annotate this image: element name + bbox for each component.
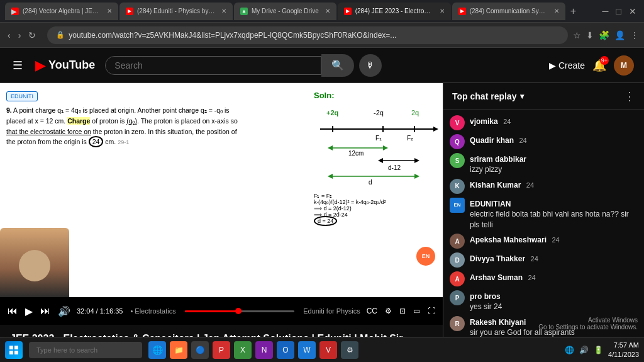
browser-tab-1[interactable]: ▶ (284) Vector Algebra | JEE Main A... ✕	[5, 3, 118, 20]
chat-avatar: D	[450, 252, 465, 268]
taskbar-app-3[interactable]: 🔵	[191, 341, 209, 359]
window-minimize[interactable]: ─	[600, 5, 611, 18]
new-tab-button[interactable]: +	[567, 4, 580, 18]
captions-button[interactable]: CC	[365, 305, 379, 317]
taskbar-clock: 7:57 AM 4/11/2023	[608, 341, 639, 359]
force-text: that the electrostatic force on	[6, 128, 91, 135]
taskbar-app-2[interactable]: 📁	[170, 341, 187, 359]
list-item: S sriram dabbikar izzy pizzy	[450, 153, 638, 175]
eduniti-badge: EDUNITI	[6, 91, 38, 101]
settings-icon: ⚙	[347, 346, 353, 354]
list-item: P pro bros yes sir 24	[450, 290, 638, 312]
outlook-icon: O	[282, 346, 288, 354]
tab-label-2: (284) Eduniti - Physics by Mohit G...	[137, 8, 215, 14]
search-input[interactable]	[106, 57, 321, 74]
video-player[interactable]: EDUNITI 9. A point charge q₁ = 4q₀ is pl…	[0, 83, 443, 297]
tab-close-5[interactable]: ✕	[554, 8, 559, 14]
chat-more-button[interactable]: ⋮	[624, 89, 635, 103]
nav-controls: ‹ › ↻	[5, 29, 38, 42]
solution-label: Soln:	[314, 91, 335, 100]
notifications-button[interactable]: 🔔 9+	[592, 59, 606, 72]
taskbar-app-1[interactable]: 🌐	[148, 341, 166, 359]
chat-time: 24	[528, 274, 535, 281]
url-input[interactable]	[69, 31, 559, 40]
chat-avatar: Q	[450, 134, 465, 149]
extension-icon[interactable]: 🧩	[599, 30, 609, 40]
problem-number: 9.	[6, 106, 12, 114]
chat-avatar: K	[450, 179, 465, 194]
chat-username: Kishan Kumar	[470, 181, 521, 189]
taskbar-app-10[interactable]: ⚙	[341, 341, 358, 359]
video-section: EDUNITI 9. A point charge q₁ = 4q₀ is pl…	[0, 83, 443, 362]
chat-username: Apeksha Maheshwari	[470, 235, 547, 244]
browser-tab-2[interactable]: ▶ (284) Eduniti - Physics by Mohit G... …	[119, 3, 233, 20]
tab-close-3[interactable]: ✕	[325, 8, 330, 14]
windows-start-button[interactable]	[5, 341, 23, 359]
taskbar-app-7[interactable]: O	[277, 341, 294, 359]
hamburger-menu-button[interactable]: ☰	[10, 56, 25, 75]
taskbar-search-input[interactable]	[29, 342, 142, 358]
taskbar-app-6[interactable]: N	[255, 341, 273, 359]
settings-button[interactable]: ⚙	[384, 305, 393, 317]
forward-button[interactable]: ›	[16, 29, 24, 42]
tab-favicon-5: ▶	[458, 8, 466, 15]
window-restore[interactable]: □	[614, 5, 624, 18]
address-bar[interactable]: 🔒	[47, 26, 568, 44]
taskbar-app-9[interactable]: V	[319, 341, 337, 359]
taskbar-time-display: 7:57 AM	[608, 341, 639, 349]
progress-bar[interactable]	[185, 310, 294, 312]
tab-close-2[interactable]: ✕	[221, 8, 226, 14]
user-avatar[interactable]: M	[614, 55, 634, 76]
onenote-icon: N	[262, 346, 267, 354]
volume-button[interactable]: 🔊	[57, 304, 72, 319]
youtube-logo[interactable]: ▶ YouTube	[35, 57, 95, 74]
reload-button[interactable]: ↻	[26, 29, 38, 42]
address-bar-row: ‹ › ↻ 🔒 ☆ ⬇ 🧩 👤 ⋮	[0, 23, 644, 48]
theater-mode-button[interactable]: ▭	[412, 305, 421, 317]
tab-close-4[interactable]: ✕	[440, 8, 445, 14]
chat-message-content: Apeksha Maheshwari 24	[470, 234, 638, 245]
chat-text: izzy pizzy	[470, 164, 638, 175]
window-close[interactable]: ✕	[626, 5, 639, 18]
taskbar-app-8[interactable]: W	[298, 341, 316, 359]
browser-tab-4[interactable]: ▶ (284) JEE 2023 - Electrosta... ✕	[338, 3, 451, 20]
chat-message-content: Arshav Suman 24	[470, 271, 638, 283]
profile-icon[interactable]: 👤	[614, 30, 625, 40]
taskbar-app-5[interactable]: X	[234, 341, 252, 359]
miniplayer-button[interactable]: ⊡	[398, 305, 407, 317]
bookmark-icon[interactable]: ☆	[573, 30, 581, 40]
skip-back-button[interactable]: ⏮	[6, 304, 19, 318]
mic-button[interactable]: 🎙	[359, 54, 382, 77]
create-button[interactable]: ▶ Create	[549, 60, 585, 71]
svg-marker-12	[383, 145, 388, 150]
chat-message-content: EDUNITIAN electric field bolta tab bhi v…	[470, 198, 638, 230]
chat-section: Top chat replay ▾ ⋮ V vjomika 24 Q	[443, 83, 644, 362]
browser-tab-5[interactable]: ▶ (284) Communication Systems | C... ✕	[452, 3, 565, 20]
chat-message-content: sriram dabbikar izzy pizzy	[470, 153, 638, 175]
source-label: Eduniti for Physics	[303, 307, 360, 315]
download-icon[interactable]: ⬇	[586, 30, 594, 40]
search-button[interactable]: 🔍	[321, 54, 354, 77]
taskbar-app-4[interactable]: P	[213, 341, 230, 359]
browser-tab-3[interactable]: ▲ My Drive - Google Drive ✕	[234, 3, 336, 20]
list-item: A Arshav Suman 24	[450, 271, 638, 286]
fullscreen-button[interactable]: ⛶	[426, 305, 436, 317]
tab-close-1[interactable]: ✕	[107, 8, 112, 14]
chat-avatar: R	[450, 316, 465, 331]
svg-marker-19	[328, 174, 333, 179]
chrome-icon: 🔵	[196, 346, 205, 354]
file-manager-icon: 📁	[174, 346, 184, 354]
svg-marker-4	[433, 127, 438, 132]
problem-ref: 29-1	[118, 139, 129, 145]
chat-message-content: Divyya Thakker 24	[470, 252, 638, 264]
svg-marker-16	[414, 158, 419, 163]
edge-icon: 🌐	[152, 345, 163, 355]
tab-favicon-4: ▶	[344, 8, 352, 15]
chat-username: pro bros	[470, 292, 501, 301]
progress-thumb[interactable]	[235, 308, 242, 314]
skip-forward-button[interactable]: ⏭	[39, 304, 52, 318]
back-button[interactable]: ‹	[5, 29, 13, 42]
play-pause-button[interactable]: ▶	[24, 304, 34, 319]
settings-icon[interactable]: ⋮	[630, 30, 639, 40]
browser-tab-bar: ▶ (284) Vector Algebra | JEE Main A... ✕…	[0, 0, 644, 23]
